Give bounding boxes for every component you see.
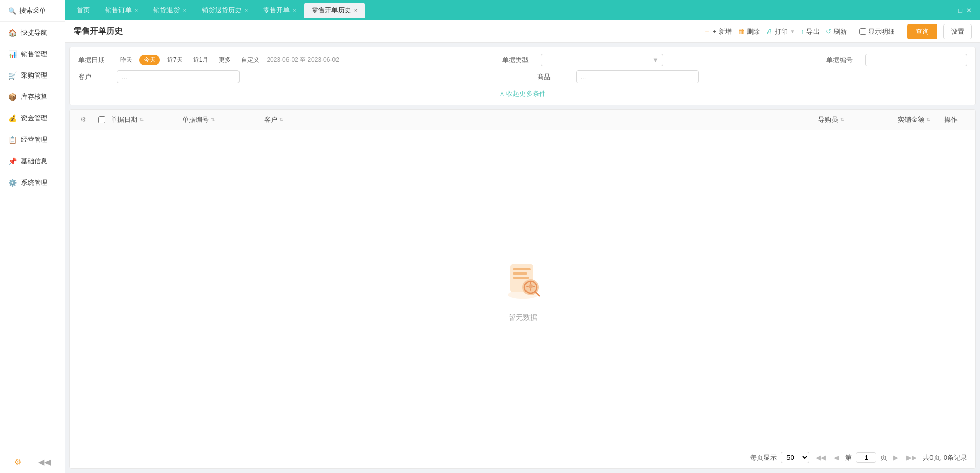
refresh-label: 刷新 (833, 27, 847, 36)
table-wrap: ⚙ 单据日期 ⇅ 单据编号 ⇅ 客户 ⇅ 导购员 (69, 109, 976, 469)
col-customer-label: 客户 (264, 115, 277, 125)
col-amount-sort: ⇅ (926, 117, 930, 122)
product-input[interactable]: ... (576, 70, 699, 83)
date-btn-more[interactable]: 更多 (216, 55, 234, 65)
sidebar-footer: ⚙ ◀◀ (0, 451, 65, 473)
col-settings[interactable]: ⚙ (74, 116, 92, 123)
sidebar-item-sales-label: 销售管理 (21, 49, 47, 59)
page-input[interactable] (856, 452, 876, 463)
date-btn-7days[interactable]: 近7天 (164, 55, 186, 65)
setting-button[interactable]: 设置 (943, 24, 972, 39)
date-btn-today[interactable]: 今天 (139, 55, 160, 65)
tab-sales-order-close[interactable]: × (135, 7, 138, 13)
export-label: 导出 (806, 27, 820, 36)
print-icon: 🖨 (766, 28, 773, 35)
tab-bar: 首页 销售订单 × 销货退货 × 销货退货历史 × 零售开单 × 零售开单历史 … (65, 0, 980, 20)
sidebar-item-inventory[interactable]: 📦 库存核算 (0, 86, 65, 108)
refresh-button[interactable]: ↺ 刷新 (826, 27, 847, 36)
collapse-up-icon: ∧ (500, 91, 504, 97)
sidebar-item-system[interactable]: ⚙️ 系统管理 (0, 172, 65, 193)
col-checkbox[interactable] (92, 116, 111, 123)
display-detail[interactable]: 显示明细 (859, 27, 895, 36)
col-guide[interactable]: 导购员 ⇅ (818, 115, 869, 125)
sidebar-search[interactable]: 🔍 搜索采单 (0, 0, 65, 22)
tab-retail-open-history[interactable]: 零售开单历史 × (304, 3, 365, 18)
sidebar-item-quick-nav[interactable]: 🏠 快捷导航 (0, 22, 65, 43)
export-button[interactable]: ↑ 导出 (801, 27, 820, 36)
tab-sales-return[interactable]: 销货退货 × (146, 3, 193, 18)
toolbar-divider (853, 27, 853, 37)
tab-sales-order-label: 销售订单 (105, 6, 132, 15)
customer-input[interactable]: ... (117, 70, 240, 83)
order-type-select[interactable]: ▼ (541, 54, 663, 66)
col-order-no[interactable]: 单据编号 ⇅ (182, 115, 264, 125)
page-prev-btn[interactable]: ◀ (832, 453, 841, 462)
operations-icon: 📋 (8, 136, 17, 144)
date-btn-1month[interactable]: 近1月 (190, 55, 212, 65)
add-label: + 新增 (712, 27, 731, 36)
page-next-btn[interactable]: ▶ (891, 453, 900, 462)
quick-nav-icon: 🏠 (8, 29, 17, 37)
sidebar-item-basic-info-label: 基础信息 (21, 157, 47, 166)
order-type-chevron: ▼ (652, 56, 659, 64)
toolbar: 零售开单历史 ＋ + 新增 🗑 删除 🖨 打印 ▼ ↑ 导出 ↺ 刷新 (65, 20, 980, 43)
sidebar-item-operations[interactable]: 📋 经营管理 (0, 129, 65, 151)
main-area: 首页 销售订单 × 销货退货 × 销货退货历史 × 零售开单 × 零售开单历史 … (65, 0, 980, 473)
tab-sales-return-label: 销货退货 (153, 6, 180, 15)
page-last-btn[interactable]: ▶▶ (904, 453, 919, 462)
sidebar-item-basic-info[interactable]: 📌 基础信息 (0, 151, 65, 172)
svg-rect-3 (513, 272, 527, 275)
print-button[interactable]: 🖨 打印 ▼ (766, 27, 795, 36)
content-area: 单据日期 昨天 今天 近7天 近1月 更多 自定义 2023-06-02 至 2… (65, 43, 980, 473)
svg-rect-2 (513, 268, 531, 270)
col-amount[interactable]: 实销金额 ⇅ (869, 115, 930, 125)
filter-row-date: 单据日期 昨天 今天 近7天 近1月 更多 自定义 2023-06-02 至 2… (78, 54, 967, 66)
col-date-sort: ⇅ (139, 117, 144, 122)
tab-retail-open[interactable]: 零售开单 × (256, 3, 303, 18)
page-size-select[interactable]: 50 100 200 (781, 452, 809, 463)
order-no-input[interactable] (865, 54, 967, 66)
date-btn-custom[interactable]: 自定义 (238, 55, 262, 65)
col-customer[interactable]: 客户 ⇅ (264, 115, 818, 125)
date-btn-yesterday[interactable]: 昨天 (117, 55, 135, 65)
select-all-checkbox[interactable] (98, 116, 105, 123)
customer-placeholder: ... (122, 73, 235, 81)
empty-text: 暂无数据 (509, 313, 537, 322)
window-maximize[interactable]: □ (958, 7, 962, 14)
date-range-display: 2023-06-02 至 2023-06-02 (267, 56, 339, 64)
add-button[interactable]: ＋ + 新增 (704, 27, 731, 36)
tab-sales-return-history[interactable]: 销货退货历史 × (195, 3, 255, 18)
settings-icon[interactable]: ⚙ (80, 116, 86, 123)
basic-info-icon: 📌 (8, 157, 17, 165)
display-detail-checkbox[interactable] (859, 28, 866, 35)
window-minimize[interactable]: — (947, 7, 954, 14)
toolbar-actions: ＋ + 新增 🗑 删除 🖨 打印 ▼ ↑ 导出 ↺ 刷新 (704, 24, 972, 39)
sidebar-item-quick-nav-label: 快捷导航 (21, 28, 47, 37)
page-suffix: 页 (880, 453, 887, 462)
empty-state: 暂无数据 (70, 130, 975, 446)
tab-home-label: 首页 (77, 6, 90, 15)
product-placeholder: ... (581, 73, 694, 81)
page-first-btn[interactable]: ◀◀ (814, 453, 828, 462)
svg-rect-4 (513, 277, 529, 279)
col-date[interactable]: 单据日期 ⇅ (111, 115, 182, 125)
footer-collapse-icon[interactable]: ◀◀ (38, 457, 51, 467)
window-close[interactable]: ✕ (966, 7, 972, 14)
sidebar-item-purchase-mgmt[interactable]: 🛒 采购管理 (0, 65, 65, 86)
delete-button[interactable]: 🗑 删除 (738, 27, 760, 36)
tab-sales-return-history-close[interactable]: × (245, 7, 248, 13)
tab-retail-open-close[interactable]: × (293, 7, 296, 13)
col-order-no-label: 单据编号 (182, 115, 209, 125)
footer-settings-icon[interactable]: ⚙ (14, 457, 21, 467)
filter-panel: 单据日期 昨天 今天 近7天 近1月 更多 自定义 2023-06-02 至 2… (69, 47, 976, 105)
sidebar-item-sales-mgmt[interactable]: 📊 销售管理 (0, 43, 65, 65)
collapse-button[interactable]: ∧ 收起更多条件 (78, 87, 967, 98)
purchase-icon: 🛒 (8, 71, 17, 80)
query-button[interactable]: 查询 (907, 24, 937, 39)
tab-home[interactable]: 首页 (69, 3, 97, 18)
tab-sales-return-close[interactable]: × (183, 7, 186, 13)
tab-retail-open-history-close[interactable]: × (354, 7, 357, 13)
sales-icon: 📊 (8, 50, 17, 58)
tab-sales-order[interactable]: 销售订单 × (98, 3, 145, 18)
sidebar-item-finance[interactable]: 💰 资金管理 (0, 108, 65, 129)
